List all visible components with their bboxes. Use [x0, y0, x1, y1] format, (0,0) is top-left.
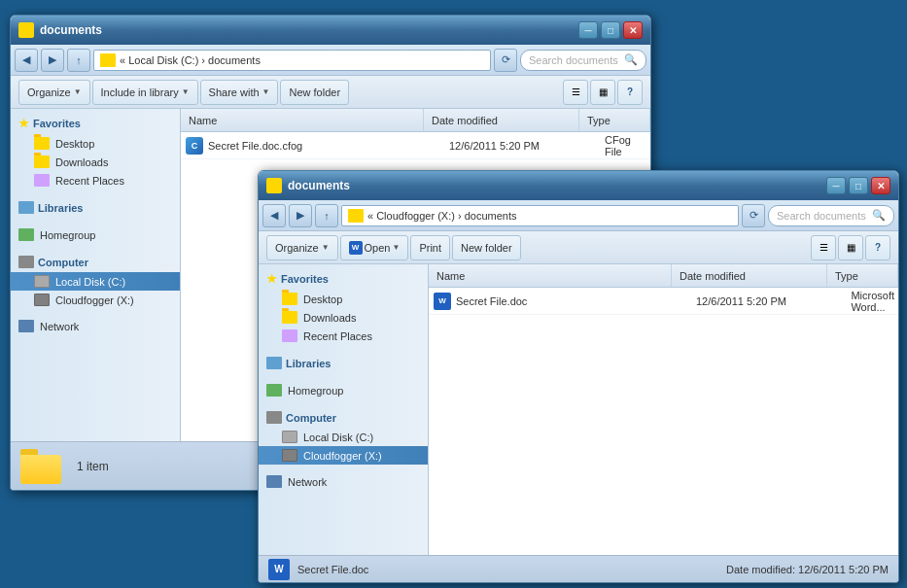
desktop-folder-icon-w2 — [282, 293, 297, 305]
print-btn-w2[interactable]: Print — [410, 235, 450, 260]
network-section-w2: Network — [259, 468, 428, 495]
search-box-w2[interactable]: Search documents 🔍 — [768, 205, 894, 226]
status-filename-w2: Secret File.doc — [297, 564, 718, 575]
downloads-folder-icon-w2 — [282, 311, 297, 324]
up-btn-w2[interactable]: ↑ — [315, 204, 338, 227]
col-date-w2[interactable]: Date modified — [672, 264, 827, 287]
address-path-w2[interactable]: « Cloudfogger (X:) › documents — [341, 205, 739, 226]
maximize-btn-w1[interactable]: □ — [601, 21, 620, 39]
libraries-header-w1[interactable]: Libraries — [11, 197, 180, 218]
refresh-btn-w2[interactable]: ⟳ — [742, 204, 765, 227]
libraries-header-w2[interactable]: Libraries — [259, 353, 428, 373]
search-placeholder-w2: Search documents — [777, 210, 866, 222]
col-type-w1[interactable]: Type — [579, 109, 650, 131]
maximize-btn-w2[interactable]: □ — [849, 177, 868, 194]
path-folder-icon-w2 — [348, 209, 364, 223]
search-icon-w2: 🔍 — [872, 209, 886, 222]
forward-btn-w2[interactable]: ▶ — [289, 204, 312, 227]
help-btn-w1[interactable]: ? — [617, 80, 643, 105]
main-content-w2: ★ Favorites Desktop Downloads Recent Pla… — [259, 264, 898, 555]
organize-btn-w2[interactable]: Organize ▼ — [266, 235, 338, 260]
new-folder-btn-w2[interactable]: New folder — [452, 235, 521, 260]
help-btn-w2[interactable]: ? — [865, 235, 890, 260]
address-path-w1[interactable]: « Local Disk (C:) › documents — [93, 50, 491, 71]
include-arrow-w1: ▼ — [182, 87, 190, 96]
word-file-icon: W — [434, 293, 451, 310]
status-bar-w2: W Secret File.doc Date modified: 12/6/20… — [259, 555, 898, 582]
sidebar-network-w2[interactable]: Network — [259, 472, 428, 491]
open-btn-w2[interactable]: W Open ▼ — [340, 235, 409, 260]
view-btn-w2[interactable]: ☰ — [811, 235, 836, 260]
minimize-btn-w2[interactable]: ─ — [826, 177, 846, 194]
big-folder-icon-w1 — [20, 449, 61, 484]
open-arrow-w2: ▼ — [392, 243, 400, 252]
search-box-w1[interactable]: Search documents 🔍 — [520, 50, 646, 71]
view-detail-btn-w1[interactable]: ▦ — [590, 80, 615, 105]
share-btn-w1[interactable]: Share with ▼ — [200, 80, 279, 105]
sidebar-desktop-w1[interactable]: Desktop — [11, 134, 180, 153]
close-btn-w2[interactable]: ✕ — [871, 177, 890, 194]
col-type-w2[interactable]: Type — [827, 264, 898, 287]
status-content-w2: W Secret File.doc Date modified: 12/6/20… — [268, 559, 889, 580]
sidebar-w2: ★ Favorites Desktop Downloads Recent Pla… — [259, 264, 429, 555]
col-date-w1[interactable]: Date modified — [424, 109, 579, 131]
new-folder-btn-w1[interactable]: New folder — [280, 80, 349, 105]
libraries-section-w2: Libraries — [259, 349, 428, 377]
back-btn-w1[interactable]: ◀ — [15, 49, 38, 72]
homegroup-icon-w2 — [266, 384, 282, 397]
window2[interactable]: documents ─ □ ✕ ◀ ▶ ↑ « Cloudfogger (X:)… — [258, 170, 899, 583]
sidebar-cloudfogger-w1[interactable]: Cloudfogger (X:) — [11, 291, 180, 309]
view-detail-btn-w2[interactable]: ▦ — [838, 235, 863, 260]
include-library-btn-w1[interactable]: Include in library ▼ — [92, 80, 198, 105]
refresh-btn-w1[interactable]: ⟳ — [494, 49, 517, 72]
window1-title: documents — [40, 23, 102, 37]
col-name-w1[interactable]: Name — [181, 109, 424, 131]
forward-btn-w1[interactable]: ▶ — [41, 49, 64, 72]
computer-header-w2[interactable]: Computer — [259, 407, 428, 428]
sidebar-w1: ★ Favorites Desktop Downloads Recent Pla… — [11, 109, 181, 441]
file-type-0-w1: CFog File — [597, 134, 646, 157]
col-name-w2[interactable]: Name — [429, 264, 672, 287]
cloud-drive-icon-w1 — [34, 294, 50, 306]
sidebar-downloads-w2[interactable]: Downloads — [259, 308, 428, 327]
sidebar-downloads-w1[interactable]: Downloads — [11, 153, 180, 171]
favorites-header-w1[interactable]: ★ Favorites — [11, 113, 180, 134]
star-icon-w1: ★ — [18, 117, 29, 130]
titlebar-window1: documents ─ □ ✕ — [11, 16, 650, 45]
file-type-0-w2: Microsoft Word... — [843, 290, 894, 313]
view-btn-w1[interactable]: ☰ — [563, 80, 588, 105]
up-btn-w1[interactable]: ↑ — [67, 49, 90, 72]
minimize-btn-w1[interactable]: ─ — [578, 21, 598, 39]
status-date-label-w2: Date modified: 12/6/2011 5:20 PM — [726, 564, 889, 575]
close-btn-w1[interactable]: ✕ — [623, 21, 643, 39]
sidebar-recent-w1[interactable]: Recent Places — [11, 171, 180, 190]
file-row-0-w1[interactable]: C Secret File.doc.cfog 12/6/2011 5:20 PM… — [181, 132, 650, 159]
favorites-header-w2[interactable]: ★ Favorites — [259, 268, 428, 290]
desktop-folder-icon-w1 — [34, 137, 50, 150]
computer-header-w1[interactable]: Computer — [11, 252, 180, 272]
network-icon-w1 — [18, 320, 34, 332]
sidebar-localdisk-w2[interactable]: Local Disk (C:) — [259, 428, 428, 446]
file-icon-0-w1: C — [185, 136, 204, 156]
organize-btn-w1[interactable]: Organize ▼ — [18, 80, 90, 105]
sidebar-desktop-w2[interactable]: Desktop — [259, 290, 428, 308]
drive-icon-w1 — [34, 275, 50, 288]
network-section-w1: Network — [11, 313, 180, 339]
sidebar-recent-w2[interactable]: Recent Places — [259, 327, 428, 345]
share-arrow-w1: ▼ — [262, 87, 270, 96]
organize-arrow-w1: ▼ — [74, 87, 82, 96]
recent-icon-w1 — [34, 174, 50, 187]
folder-title-icon — [18, 22, 34, 38]
sidebar-network-w1[interactable]: Network — [11, 317, 180, 335]
address-bar-w2: ◀ ▶ ↑ « Cloudfogger (X:) › documents ⟳ S… — [259, 200, 898, 231]
file-row-0-w2[interactable]: W Secret File.doc 12/6/2011 5:20 PM Micr… — [429, 288, 898, 315]
downloads-folder-icon-w1 — [34, 156, 50, 168]
sidebar-homegroup-w1[interactable]: Homegroup — [11, 225, 180, 244]
sidebar-localdisk-w1[interactable]: Local Disk (C:) — [11, 272, 180, 291]
back-btn-w2[interactable]: ◀ — [262, 204, 286, 227]
drive-icon-w2 — [282, 431, 297, 443]
sidebar-homegroup-w2[interactable]: Homegroup — [259, 381, 428, 399]
sidebar-cloudfogger-w2[interactable]: Cloudfogger (X:) — [259, 446, 428, 465]
favorites-section-w2: ★ Favorites Desktop Downloads Recent Pla… — [259, 264, 428, 349]
library-icon-w1 — [18, 201, 34, 214]
